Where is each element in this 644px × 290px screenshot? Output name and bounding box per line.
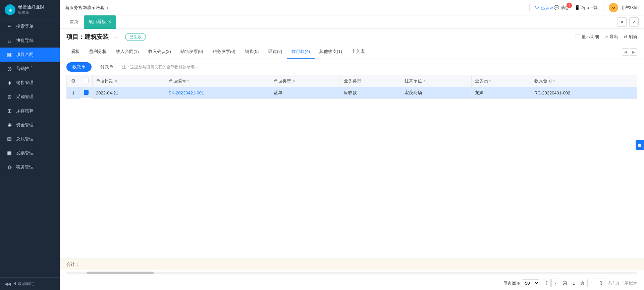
export-button[interactable]: ↗ 导出 [604, 34, 618, 40]
table-row[interactable]: 1 2022-04-21 SK-20220421-001 蓝单 应收款 宏茂商场… [67, 87, 637, 99]
page-size-select: 每页显示 50 100 200 [503, 279, 539, 287]
th-biz-type-label: 业务类型 [344, 78, 361, 83]
app-download-button[interactable]: 📱 App下载 [575, 5, 598, 11]
export-label: 导出 [609, 34, 618, 40]
row-date: 2022-04-21 [93, 87, 165, 99]
sort-type-icon[interactable]: ⇅ [292, 79, 295, 83]
subtab-tax-invoice[interactable]: 税务发票(0) [208, 45, 240, 59]
subtab-other-income[interactable]: 其他收支(1) [315, 45, 347, 59]
sidebar-label-ledger: 总账管理 [16, 136, 34, 142]
sidebar-item-sales[interactable]: ◈销售管理 [0, 76, 60, 90]
sidebar-item-finance[interactable]: ◉资金管理 [0, 118, 60, 132]
sort-date-icon[interactable]: ⇅ [115, 79, 117, 83]
sidebar-item-quicknav[interactable]: ⌂快捷导航 [0, 33, 60, 48]
sort-salesperson-icon[interactable]: ⇅ [489, 79, 492, 83]
th-biz-type: 业务类型 [340, 75, 401, 87]
user-avatar-button[interactable]: 🐱 用户3355 [609, 3, 639, 12]
table-container[interactable]: ⚙ 单据日期 ⇅ 单据编号 [60, 75, 644, 259]
th-num: ⚙ [67, 75, 80, 87]
sidebar-icon-marketing: ◎ [6, 65, 13, 72]
sidebar-item-purchase[interactable]: ⊠采购管理 [0, 90, 60, 104]
subtab-sales[interactable]: 销售(0) [240, 45, 264, 59]
project-title-name: 建筑安装 [85, 33, 109, 40]
subtab-kanban[interactable]: 看板 [66, 45, 85, 59]
checkbox-icon [576, 34, 580, 39]
messages-button[interactable]: 💬 消息 1 [554, 5, 569, 11]
sidebar-item-invoice[interactable]: ▣发票管理 [0, 146, 60, 160]
th-number: 单据编号 ⇅ [165, 75, 270, 87]
row-checkbox[interactable] [80, 87, 92, 98]
column-settings-button[interactable]: ⚙ [71, 78, 75, 84]
tab-label-home: 首页 [70, 19, 78, 25]
sidebar-label-finance: 资金管理 [16, 122, 34, 128]
row-number[interactable]: SK-20220421-001 [165, 87, 270, 99]
sidebar-icon-project: ▦ [6, 51, 13, 58]
right-float-icon: 📋 [638, 143, 642, 147]
subtab-profit[interactable]: 盈利分析 [85, 45, 111, 59]
sidebar-item-tax[interactable]: ◍税务管理 [0, 160, 60, 174]
refresh-button[interactable]: ↺ 刷新 [624, 34, 637, 40]
sidebar-item-ledger[interactable]: ▤总账管理 [0, 132, 60, 146]
scrollbar-track[interactable] [66, 272, 637, 274]
project-status-badge: 已生效 [125, 33, 146, 41]
select-all-checkbox[interactable] [84, 79, 89, 83]
next-page-button[interactable]: › [587, 279, 596, 287]
topbar: 新服务官网演示账套 ▼ 🛡 已认证 💬 消息 1 📱 App下载 🐱 用户335… [60, 0, 644, 15]
row-partner: 宏茂商场 [401, 87, 472, 99]
project-more-button[interactable]: ··· [113, 33, 120, 41]
sidebar-item-project[interactable]: ▦项目合同 [0, 48, 60, 62]
sort-number-icon[interactable]: ⇅ [187, 79, 190, 83]
project-header-right: 显示明细 ↗ 导出 ↺ 刷新 [576, 34, 637, 40]
subtab-prev-button[interactable]: ◀ [622, 48, 629, 56]
topbar-project[interactable]: 新服务官网演示账套 ▼ [65, 5, 524, 11]
last-page-button[interactable]: ⟫ [597, 279, 605, 287]
app-name: 畅捷通好业财 [18, 4, 44, 10]
sidebar-label-marketing: 营销推广 [16, 66, 34, 72]
th-type: 单据类型 ⇅ [270, 75, 340, 87]
shield-icon: 🛡 [535, 5, 539, 10]
scrollbar-thumb[interactable] [87, 272, 154, 274]
topbar-right: 💬 消息 1 📱 App下载 🐱 用户3355 [554, 3, 639, 12]
th-type-label: 单据类型 [274, 78, 291, 83]
sort-partner-icon[interactable]: ⇅ [423, 79, 426, 83]
prev-page-button[interactable]: ‹ [551, 279, 560, 287]
th-date-label: 单据日期 [96, 78, 113, 83]
subtab-revenue-confirm[interactable]: 收入确认(2) [144, 45, 176, 59]
project-title: 项目：建筑安装 [66, 33, 109, 41]
expand-window-button[interactable]: ⤢ [629, 17, 639, 27]
project-name: 新服务官网演示账套 [65, 5, 104, 11]
tabbar-actions: ✕ ⤢ [617, 17, 639, 27]
table-footer: 合计： [60, 259, 644, 270]
sidebar-item-search[interactable]: ⊟搜索菜单 [0, 19, 60, 33]
sidebar-label-inventory: 库存核算 [16, 108, 34, 114]
row-number-link[interactable]: SK-20220421-001 [169, 90, 204, 95]
sort-contract-icon[interactable]: ⇅ [553, 79, 556, 83]
sidebar-item-marketing[interactable]: ◎营销推广 [0, 62, 60, 76]
th-salesperson-label: 业务员 [475, 78, 488, 83]
app-download-label: App下载 [581, 5, 598, 11]
subtab-receipt[interactable]: 收付款(4) [287, 45, 315, 59]
tab-close-project-board[interactable]: ✕ [108, 19, 111, 24]
tab-home[interactable]: 首页 [65, 15, 83, 29]
right-float-button[interactable]: 📋 [636, 140, 644, 150]
tab-project-board[interactable]: 项目看板✕ [84, 15, 116, 29]
innertab-payment[interactable]: 付款单 [94, 62, 119, 72]
sidebar-icon-invoice: ▣ [6, 150, 13, 156]
close-window-button[interactable]: ✕ [617, 17, 627, 27]
subtab-sales-invoice[interactable]: 销售发票(0) [176, 45, 208, 59]
subtabs: 看板盈利分析收入合同(1)收入确认(2)销售发票(0)税务发票(0)销售(0)采… [60, 45, 644, 59]
innertab-receipt[interactable]: 收款单 [66, 62, 92, 72]
subtab-purchase[interactable]: 采购(2) [263, 45, 287, 59]
subtab-next-button[interactable]: ▶ [630, 48, 637, 56]
refresh-label: 刷新 [629, 34, 637, 40]
subtab-inout[interactable]: 出入库 [347, 45, 369, 59]
sidebar-item-inventory[interactable]: ⊞库存核算 [0, 104, 60, 118]
subtab-revenue-contract[interactable]: 收入合同(1) [111, 45, 144, 59]
sidebar-cancel-pin[interactable]: ◀◀ ◀ 取消固定 [0, 277, 60, 290]
first-page-button[interactable]: ⟪ [542, 279, 551, 287]
user-label: 用户3355 [620, 5, 639, 11]
show-detail-checkbox[interactable]: 显示明细 [576, 34, 599, 40]
sidebar-label-quicknav: 快捷导航 [16, 38, 34, 44]
page-size-dropdown[interactable]: 50 100 200 [522, 279, 539, 287]
project-header: 项目：建筑安装 ··· 已生效 显示明细 ↗ 导出 ↺ 刷新 [60, 29, 644, 45]
